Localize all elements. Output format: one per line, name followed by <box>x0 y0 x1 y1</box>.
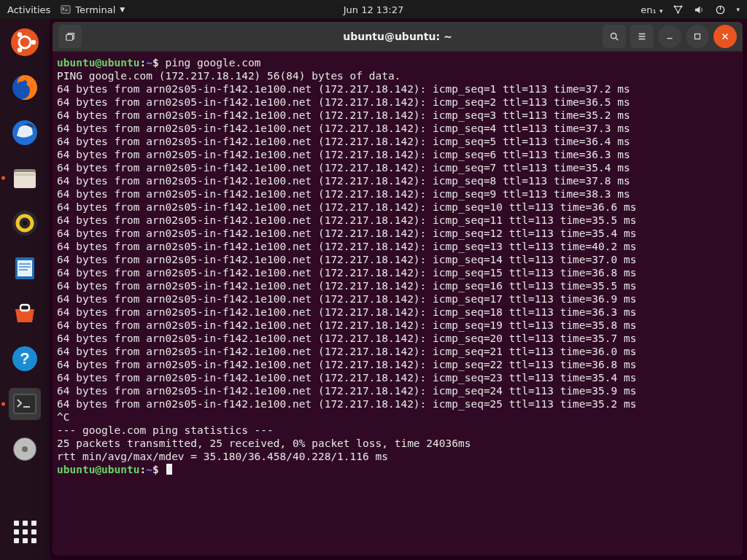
svg-point-10 <box>18 47 22 52</box>
svg-point-18 <box>23 221 27 225</box>
dock-software-center[interactable] <box>9 298 41 330</box>
caret-down-icon: ▼ <box>120 6 125 13</box>
caret-down-icon: ▾ <box>736 6 740 13</box>
svg-rect-15 <box>15 174 35 176</box>
volume-icon[interactable] <box>694 4 705 15</box>
terminal-window: ubuntu@ubuntu: ~ ubuntu@ubuntu:~$ ping g… <box>53 22 743 556</box>
dock-files[interactable] <box>9 162 41 194</box>
svg-line-34 <box>616 38 618 40</box>
new-tab-icon <box>65 31 75 42</box>
dock-rhythmbox[interactable] <box>9 207 41 239</box>
dock-terminal[interactable] <box>9 388 41 420</box>
terminal-titlebar[interactable]: ubuntu@ubuntu: ~ <box>53 22 743 52</box>
close-icon <box>720 31 730 42</box>
input-source-indicator[interactable]: en₁ ▾ <box>640 4 662 15</box>
dock-disks[interactable] <box>9 433 41 465</box>
clock[interactable]: Jun 12 13:27 <box>344 4 404 15</box>
svg-point-33 <box>611 33 616 38</box>
svg-rect-24 <box>20 305 29 311</box>
active-app-label: Terminal <box>75 4 115 15</box>
dock-firefox[interactable] <box>9 71 41 104</box>
search-icon <box>609 31 619 42</box>
close-button[interactable] <box>713 25 737 48</box>
maximize-button[interactable] <box>686 25 709 48</box>
svg-text:?: ? <box>20 349 29 368</box>
activities-button[interactable]: Activities <box>7 4 50 15</box>
new-tab-button[interactable] <box>58 25 82 48</box>
dock-libreoffice-writer[interactable] <box>9 252 41 284</box>
show-applications-button[interactable] <box>12 519 37 544</box>
power-icon[interactable] <box>715 4 726 15</box>
minimize-icon <box>665 31 675 42</box>
svg-rect-0 <box>61 6 70 14</box>
svg-rect-21 <box>19 263 31 265</box>
caret-down-icon: ▾ <box>659 7 663 15</box>
dock-thunderbird[interactable] <box>9 117 41 149</box>
hamburger-menu-button[interactable] <box>630 25 654 48</box>
search-button[interactable] <box>603 25 626 48</box>
maximize-icon <box>692 31 703 42</box>
svg-rect-27 <box>14 394 36 413</box>
terminal-output-area[interactable]: ubuntu@ubuntu:~$ ping google.com PING go… <box>53 52 743 556</box>
dock: ? <box>0 19 50 560</box>
active-app-menu[interactable]: Terminal ▼ <box>61 4 125 15</box>
svg-rect-23 <box>19 269 28 271</box>
svg-rect-32 <box>66 34 73 40</box>
dock-ubuntu-logo[interactable] <box>9 26 41 58</box>
network-icon[interactable] <box>673 4 684 15</box>
svg-point-9 <box>18 32 22 36</box>
gnome-top-bar: Activities Terminal ▼ Jun 12 13:27 en₁ ▾… <box>0 0 747 19</box>
dock-help[interactable]: ? <box>9 343 41 375</box>
svg-rect-20 <box>18 260 32 276</box>
svg-point-8 <box>31 40 36 44</box>
window-title: ubuntu@ubuntu: ~ <box>343 31 452 42</box>
minimize-button[interactable] <box>658 25 681 48</box>
svg-rect-39 <box>695 34 700 39</box>
hamburger-icon <box>637 31 647 42</box>
svg-rect-22 <box>19 266 31 268</box>
svg-point-31 <box>22 446 28 452</box>
terminal-app-icon <box>61 4 71 15</box>
